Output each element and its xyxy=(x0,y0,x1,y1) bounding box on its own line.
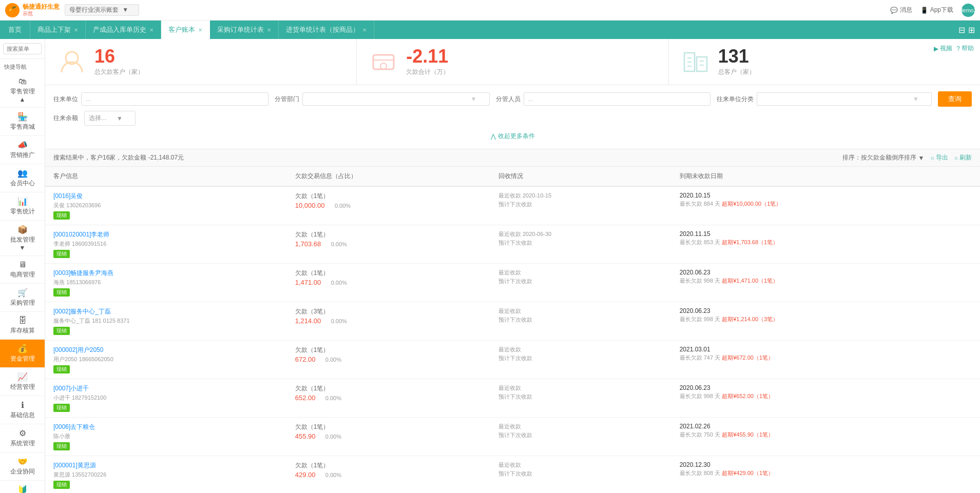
due-date: 2021.03.01 xyxy=(680,346,972,353)
due-date: 2020.06.23 xyxy=(680,384,972,391)
source-unit-input[interactable]: ... xyxy=(81,92,268,106)
sidebar-item-label: 基础信息 xyxy=(10,411,35,420)
sidebar-item-new-guide[interactable]: 🔰 新手引导 xyxy=(0,481,45,493)
debt-amount: 1,471.00 xyxy=(295,279,321,286)
logo-icon: 🍊 xyxy=(5,3,20,17)
source-unit-category-select[interactable]: ▼ xyxy=(757,92,932,106)
customer-phone: 海燕 18513066976 xyxy=(53,279,279,286)
cell-due-date: 2020.11.15 最长欠款 853 天 超期¥1,703.68（1笔） xyxy=(671,225,980,264)
export-button[interactable]: ○ 导出 xyxy=(931,153,948,162)
sidebar-search-input[interactable] xyxy=(3,43,42,54)
customer-phone: 陈小册 xyxy=(53,432,279,440)
sidebar-item-marketing[interactable]: 📣 营销推广 xyxy=(0,136,45,164)
minimize-icon[interactable]: ⊟ xyxy=(958,25,965,35)
results-actions: 排序：按欠款金额倒序排序 ▼ ○ 导出 ○ 刷新 xyxy=(842,153,972,162)
debt-percent: 0.00% xyxy=(325,433,341,440)
sort-button[interactable]: 排序：按欠款金额倒序排序 ▼ xyxy=(842,153,925,162)
customer-name-link[interactable]: [0001020001]李老师 xyxy=(53,230,279,239)
overdue-amount[interactable]: 超期¥672.00（1笔） xyxy=(722,354,774,361)
customer-name-link[interactable]: [0016]吴俊 xyxy=(53,192,279,201)
sidebar-item-label: 零售商城 xyxy=(10,123,35,131)
tab-home[interactable]: 首页 xyxy=(0,21,30,39)
sidebar-item-finance-mgmt[interactable]: 💰 资金管理 xyxy=(0,340,45,368)
debt-amount: 455.90 xyxy=(295,432,316,440)
manager-input[interactable]: ... xyxy=(524,92,711,106)
tab-close-icon[interactable]: ✕ xyxy=(74,27,78,33)
sidebar-item-ecom-mgmt[interactable]: 🖥 电商管理 xyxy=(0,256,45,284)
tab-close-icon[interactable]: ✕ xyxy=(362,27,367,33)
overdue-amount[interactable]: 超期¥10,000.00（1笔） xyxy=(722,201,781,207)
sidebar-item-member-center[interactable]: 👥 会员中心 xyxy=(0,164,45,192)
next-collection: 预计下次收款 xyxy=(498,201,663,208)
stat-card-total-debt: -2.11 欠款合计（万） xyxy=(357,39,668,85)
sidebar-item-basic-info[interactable]: ℹ 基础信息 xyxy=(0,396,45,424)
sidebar-item-retail-mall[interactable]: 🏪 零售商城 xyxy=(0,108,45,136)
collapse-button[interactable]: ⋀ 收起更多条件 xyxy=(487,130,539,143)
cell-customer-info: [0002]服务中心_丁磊 服务中心_丁磊 181 0125 8371 现销 xyxy=(45,302,287,341)
help-button[interactable]: ? 帮助 xyxy=(956,44,974,53)
system-icon: ⚙ xyxy=(19,428,26,438)
dropdown-icon: ▼ xyxy=(122,6,128,13)
stat-card-total-customers: 131 总客户（家） ▶ 视频 ? 帮助 xyxy=(669,39,980,85)
tab-purchase-order[interactable]: 采购订单统计表 ✕ xyxy=(210,21,279,39)
help-icon: ? xyxy=(956,45,960,52)
next-collection: 预计下次收款 xyxy=(498,431,663,439)
user-avatar[interactable]: demo2 xyxy=(962,4,975,17)
tab-product-shelf[interactable]: 商品上下架 ✕ xyxy=(30,21,86,39)
sidebar-item-batch-mgmt[interactable]: 📦 批发管理 ▼ xyxy=(0,221,45,256)
remainder-select[interactable]: 选择... ▼ xyxy=(84,111,136,126)
sidebar-item-ops-mgmt[interactable]: 📈 经营管理 xyxy=(0,368,45,396)
overdue-amount[interactable]: 超期¥1,214.00（3笔） xyxy=(722,316,778,322)
maximize-icon[interactable]: ⊞ xyxy=(968,25,975,35)
sidebar-item-enterprise-collab[interactable]: 🤝 企业协同 xyxy=(0,452,45,481)
next-collection: 预计下次收款 xyxy=(498,278,663,285)
recent-collection: 最近收款 2020-10-15 xyxy=(498,192,663,200)
tab-import-stats[interactable]: 进货单统计表（按商品） ✕ xyxy=(279,21,374,39)
customer-name-link[interactable]: [0007]小进千 xyxy=(53,384,279,393)
member-icon: 👥 xyxy=(17,168,28,178)
cell-debt-info: 欠款（1笔） 1,471.00 0.00% xyxy=(287,264,490,302)
app-download-button[interactable]: 📱 App下载 xyxy=(920,6,953,14)
department-select[interactable]: ▼ xyxy=(302,92,490,106)
sidebar-item-retail-mgmt[interactable]: 🛍 零售管理 ▲ xyxy=(0,73,45,108)
message-button[interactable]: 💬 消息 xyxy=(890,6,912,14)
customer-name-link[interactable]: [0002]服务中心_丁磊 xyxy=(53,307,279,316)
tab-close-icon[interactable]: ✕ xyxy=(267,27,271,33)
debt-count: 欠款（1笔） xyxy=(295,269,482,278)
col-collection: 回收情况 xyxy=(490,167,671,186)
results-header: 搜索结果中，客户16家，欠款金额 -21,148.07元 排序：按欠款金额倒序排… xyxy=(45,149,980,167)
customer-table: 客户信息 欠款交易信息（占比） 回收情况 到期未收款日期 [0016]吴俊 吴俊… xyxy=(45,167,980,493)
video-button[interactable]: ▶ 视频 xyxy=(934,44,952,53)
customer-name-link[interactable]: [0003]畅捷服务尹海燕 xyxy=(53,269,279,278)
tab-product-history[interactable]: 产成品入库单历史 ✕ xyxy=(86,21,161,39)
sidebar-item-purchase-mgmt[interactable]: 🛒 采购管理 xyxy=(0,284,45,312)
overdue-amount[interactable]: 超期¥1,703.68（1笔） xyxy=(722,239,778,245)
svg-point-3 xyxy=(380,63,387,69)
tab-close-icon[interactable]: ✕ xyxy=(198,27,202,33)
overdue-amount[interactable]: 超期¥429.00（1笔） xyxy=(722,470,774,476)
debt-amount: 10,000.00 xyxy=(295,202,325,209)
next-collection: 预计下次收款 xyxy=(498,316,663,324)
query-button[interactable]: 查询 xyxy=(938,91,972,107)
retail-mgmt-icon: 🛍 xyxy=(18,77,27,86)
sidebar-item-system-mgmt[interactable]: ⚙ 系统管理 xyxy=(0,424,45,452)
overdue-amount[interactable]: 超期¥652.00（1笔） xyxy=(722,393,774,399)
next-collection: 预计下次收款 xyxy=(498,354,663,362)
customer-name-link[interactable]: [0006]去下粮仓 xyxy=(53,423,279,431)
tab-close-icon[interactable]: ✕ xyxy=(149,27,153,33)
sidebar-item-retail-stats[interactable]: 📊 零售统计 xyxy=(0,192,45,221)
customer-name-link[interactable]: [000002]用户2050 xyxy=(53,346,279,354)
tab-customer-account[interactable]: 客户账本 ✕ xyxy=(161,21,210,39)
finance-icon: 💰 xyxy=(17,344,28,353)
overdue-info: 最长欠款 750 天 超期¥455.90（1笔） xyxy=(680,431,972,439)
debt-label: 欠款合计（万） xyxy=(406,68,449,76)
overdue-amount[interactable]: 超期¥455.90（1笔） xyxy=(722,431,774,438)
refresh-button[interactable]: ○ 刷新 xyxy=(954,153,972,162)
company-selector[interactable]: 母婴行业演示账套 ▼ xyxy=(65,4,139,16)
table-row: [000001]黄思源 黄思源 13552700226 现销 欠款（1笔） 42… xyxy=(45,456,980,494)
overdue-amount[interactable]: 超期¥1,471.00（1笔） xyxy=(722,278,778,284)
sidebar-item-inventory[interactable]: 🗄 库存核算 xyxy=(0,312,45,340)
customer-name-link[interactable]: [000001]黄思源 xyxy=(53,461,279,470)
cell-customer-info: [0016]吴俊 吴俊 13026203696 现销 xyxy=(45,186,287,225)
sidebar-item-label: 资金管理 xyxy=(10,354,35,363)
